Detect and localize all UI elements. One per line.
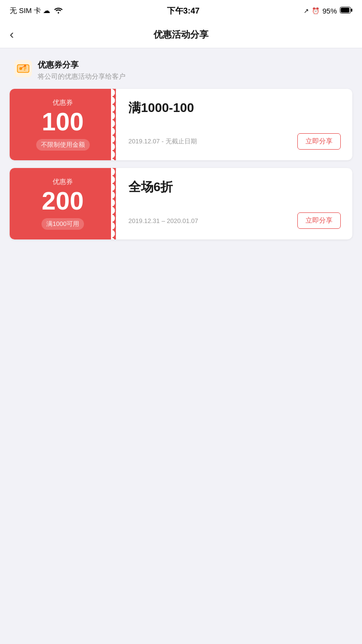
coupon-amount-2: 200 <box>42 188 84 213</box>
coupon-label-1: 优惠券 <box>53 98 73 107</box>
sim-label: 无 SIM 卡 ☁ <box>10 6 50 15</box>
svg-point-7 <box>24 65 26 67</box>
status-right: ↗ ⏰ 95% <box>304 7 352 15</box>
wifi-icon <box>54 7 63 15</box>
coupon-footer-2: 2019.12.31 – 2020.01.07 立即分享 <box>128 212 341 229</box>
back-button[interactable]: ‹ <box>10 27 14 42</box>
section-title: 优惠券分享 <box>38 60 125 70</box>
status-time: 下午3:47 <box>167 5 200 16</box>
coupon-right-2: 全场6折 2019.12.31 – 2020.01.07 立即分享 <box>117 168 352 239</box>
alarm-icon: ⏰ <box>312 7 320 14</box>
status-bar: 无 SIM 卡 ☁ 下午3:47 ↗ ⏰ 95% <box>0 0 362 21</box>
page-background <box>0 262 362 503</box>
coupon-condition-2: 满1000可用 <box>42 218 84 230</box>
section-subtitle: 将公司的优惠活动分享给客户 <box>38 72 125 81</box>
battery-icon <box>340 7 352 15</box>
coupon-date-2: 2019.12.31 – 2020.01.07 <box>128 217 292 224</box>
svg-rect-2 <box>341 8 349 13</box>
coupon-footer-1: 2019.12.07 - 无截止日期 立即分享 <box>128 133 341 150</box>
coupon-name-2: 全场6折 <box>128 179 341 196</box>
coupon-card-2: 优惠券 200 满1000可用 全场6折 2019.12.31 – 2020.0… <box>10 168 352 239</box>
coupon-share-icon <box>14 60 32 77</box>
coupon-right-1: 满1000-100 2019.12.07 - 无截止日期 立即分享 <box>117 89 352 160</box>
page-title: 优惠活动分享 <box>153 28 209 41</box>
coupon-name-1: 满1000-100 <box>128 99 341 116</box>
coupon-list: 优惠券 100 不限制使用金额 满1000-100 2019.12.07 - 无… <box>0 89 362 262</box>
share-button-2[interactable]: 立即分享 <box>297 212 341 229</box>
section-text: 优惠券分享 将公司的优惠活动分享给客户 <box>38 60 125 81</box>
battery-label: 95% <box>322 7 337 15</box>
svg-rect-1 <box>351 9 352 12</box>
coupon-left-2: 优惠券 200 满1000可用 <box>10 168 116 239</box>
coupon-date-1: 2019.12.07 - 无截止日期 <box>128 137 292 146</box>
back-icon: ‹ <box>10 27 14 42</box>
coupon-label-2: 优惠券 <box>53 178 73 186</box>
share-button-1[interactable]: 立即分享 <box>297 133 341 150</box>
section-header: 优惠券分享 将公司的优惠活动分享给客户 <box>0 48 362 89</box>
coupon-condition-1: 不限制使用金额 <box>36 139 90 151</box>
coupon-left-1: 优惠券 100 不限制使用金额 <box>10 89 116 160</box>
location-icon: ↗ <box>304 7 309 14</box>
svg-rect-4 <box>17 65 29 72</box>
coupon-amount-1: 100 <box>42 109 84 134</box>
nav-bar: ‹ 优惠活动分享 <box>0 21 362 48</box>
coupon-card-1: 优惠券 100 不限制使用金额 满1000-100 2019.12.07 - 无… <box>10 89 352 160</box>
status-left: 无 SIM 卡 ☁ <box>10 6 63 15</box>
